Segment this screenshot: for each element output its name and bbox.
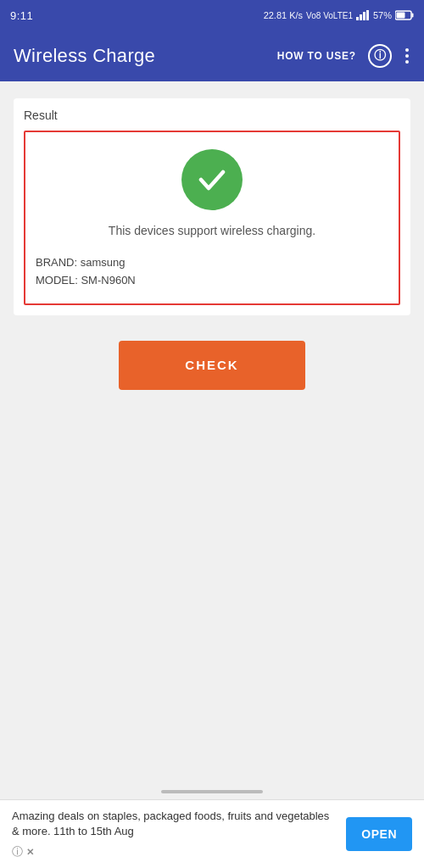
signal-icon — [356, 10, 370, 20]
info-button[interactable]: ⓘ — [368, 44, 392, 68]
info-icon: ⓘ — [374, 48, 386, 64]
svg-rect-2 — [363, 12, 365, 20]
svg-rect-5 — [412, 14, 414, 18]
ad-banner: Amazing deals on staples, packaged foods… — [0, 799, 424, 868]
how-to-use-button[interactable]: HOW TO USE? — [277, 50, 356, 62]
success-icon — [181, 149, 243, 210]
result-card: Result This devices support wireless cha… — [14, 98, 410, 315]
bottom-nav-indicator — [161, 790, 263, 793]
app-title: Wireless Charge — [14, 45, 155, 67]
checkmark-svg — [193, 161, 231, 198]
network-type: Vo8 VoLTE1 — [306, 11, 353, 20]
ad-open-button[interactable]: OPEN — [346, 817, 412, 851]
dot2 — [405, 54, 409, 58]
brand-info: BRAND: samsung — [36, 254, 388, 272]
status-bar: 9:11 22.81 K/s Vo8 VoLTE1 57% — [0, 0, 424, 31]
svg-rect-6 — [397, 13, 405, 19]
result-box: This devices support wireless charging. … — [24, 131, 400, 305]
status-time: 9:11 — [10, 9, 33, 22]
network-speed: 22.81 K/s — [264, 10, 303, 20]
svg-rect-3 — [366, 10, 369, 20]
svg-rect-1 — [360, 14, 362, 20]
result-label: Result — [24, 108, 400, 122]
battery-icon — [395, 10, 414, 20]
device-info: BRAND: samsung MODEL: SM-N960N — [36, 254, 388, 290]
dot1 — [405, 48, 409, 52]
check-button-wrapper: CHECK — [14, 341, 410, 390]
svg-rect-0 — [356, 17, 359, 20]
status-right: 22.81 K/s Vo8 VoLTE1 57% — [264, 10, 414, 20]
ad-info-icon[interactable]: ⓘ — [12, 844, 23, 860]
support-text: This devices support wireless charging. — [109, 224, 315, 237]
check-button[interactable]: CHECK — [119, 341, 305, 390]
ad-content: Amazing deals on staples, packaged foods… — [12, 809, 338, 860]
app-bar: Wireless Charge HOW TO USE? ⓘ — [0, 31, 424, 81]
ad-info-row: ⓘ ✕ — [12, 844, 338, 860]
model-info: MODEL: SM-N960N — [36, 272, 388, 290]
overflow-menu-button[interactable] — [404, 47, 410, 65]
dot3 — [405, 60, 409, 64]
app-bar-actions: HOW TO USE? ⓘ — [277, 44, 410, 68]
battery-level: 57% — [373, 10, 392, 20]
main-content: Result This devices support wireless cha… — [0, 81, 424, 810]
ad-close-icon[interactable]: ✕ — [26, 847, 34, 858]
ad-text: Amazing deals on staples, packaged foods… — [12, 809, 338, 839]
